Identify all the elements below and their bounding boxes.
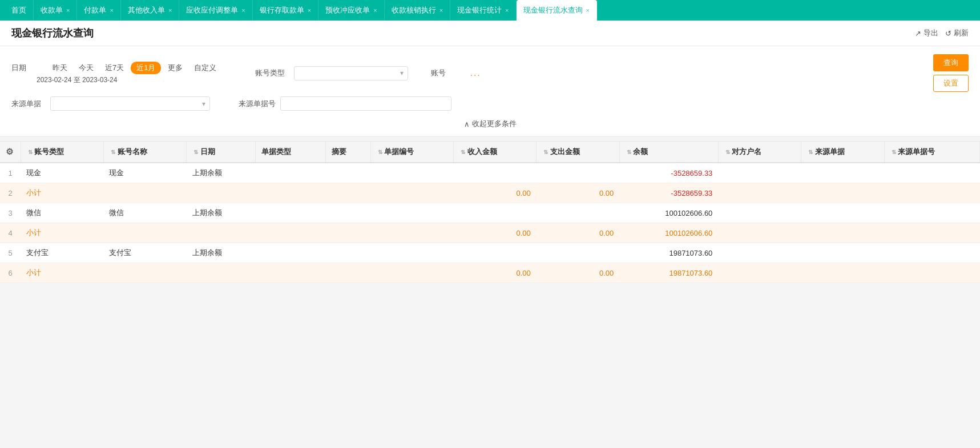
date-opt-more[interactable]: 更多 [163,62,187,74]
date-opt-7days[interactable]: 近7天 [100,62,128,74]
row-doc-no [370,243,453,263]
source-doc-label: 来源单据 [11,99,46,109]
query-button[interactable]: 查询 [933,54,969,71]
nav-item-现金银行统计[interactable]: 现金银行统计× [450,0,516,21]
row-expense: 0.00 [537,223,619,243]
row-date [187,183,256,203]
date-options: 昨天 今天 近7天 近1月 更多 自定义 [48,62,221,74]
row-expense [537,163,619,183]
date-opt-1month[interactable]: 近1月 [131,62,161,74]
row-doc-type [256,223,326,243]
page-header: 现金银行流水查询 ↗ 导出 ↺ 刷新 [0,21,980,46]
row-income: 0.00 [453,183,536,203]
row-doc-type [256,163,326,183]
account-type-label: 账号类型 [255,68,289,78]
date-opt-custom[interactable]: 自定义 [189,62,221,74]
row-account-type: 小计 [21,183,103,203]
close-icon[interactable]: × [373,7,377,14]
row-account-type: 微信 [21,203,103,223]
col-source-doc-no[interactable]: ⇅ 来源单据号 [884,142,979,163]
export-button[interactable]: ↗ 导出 [915,28,938,38]
refresh-button[interactable]: ↺ 刷新 [945,28,969,38]
col-summary: 摘要 [325,142,370,163]
source-doc-num-input[interactable] [280,96,451,111]
close-icon[interactable]: × [241,7,245,14]
row-doc-type [256,183,326,203]
col-counterpart[interactable]: ⇅ 对方户名 [718,142,801,163]
row-balance: 19871073.60 [619,243,718,263]
nav-item-现金银行流水查询[interactable]: 现金银行流水查询× [517,0,597,21]
nav-item-收款单[interactable]: 收款单× [34,0,77,21]
row-account-type: 支付宝 [21,243,103,263]
row-doc-no [370,223,453,243]
row-doc-no [370,203,453,223]
row-income [453,203,536,223]
account-dots-btn[interactable]: ... [470,68,481,78]
close-icon[interactable]: × [308,7,311,14]
nav-item-付款单[interactable]: 付款单× [77,0,120,21]
nav-item-银行存取款单[interactable]: 银行存取款单× [253,0,318,21]
row-date: 上期余额 [187,243,256,263]
filter-section: 日期 昨天 今天 近7天 近1月 更多 自定义 2023-02-24 至 202… [0,46,980,136]
source-doc-select[interactable] [50,96,210,111]
close-icon[interactable]: × [110,7,113,14]
account-type-select-wrapper [294,66,408,80]
table-row: 2小计0.000.00-3528659.33 [0,183,980,203]
row-source-doc [801,163,884,183]
export-icon: ↗ [915,29,921,38]
refresh-icon: ↺ [945,29,951,38]
row-source-doc-no [884,263,979,283]
col-account-name[interactable]: ⇅ 账号名称 [103,142,186,163]
row-source-doc-no [884,243,979,263]
row-date [187,223,256,243]
table-header: ⚙ ⇅ 账号类型 ⇅ 账号名称 ⇅ 日期 单据类型 摘要 ⇅ 单据编号 ⇅ 收入… [0,142,980,163]
account-type-select[interactable] [294,66,408,80]
col-balance[interactable]: ⇅ 余额 [619,142,718,163]
col-expense[interactable]: ⇅ 支出金额 [537,142,619,163]
table-container: ⚙ ⇅ 账号类型 ⇅ 账号名称 ⇅ 日期 单据类型 摘要 ⇅ 单据编号 ⇅ 收入… [0,141,980,283]
row-income [453,243,536,263]
row-counterpart [718,223,801,243]
col-gear[interactable]: ⚙ [0,142,21,163]
row-index: 4 [0,223,21,243]
col-account-type[interactable]: ⇅ 账号类型 [21,142,103,163]
top-nav: 首页收款单×付款单×其他收入单×应收应付调整单×银行存取款单×预收冲应收单×收款… [0,0,980,21]
table-row: 3微信微信上期余额100102606.60 [0,203,980,223]
header-actions: ↗ 导出 ↺ 刷新 [915,28,969,38]
row-counterpart [718,243,801,263]
col-date[interactable]: ⇅ 日期 [187,142,256,163]
close-icon[interactable]: × [66,7,70,14]
row-index: 1 [0,163,21,183]
row-source-doc [801,183,884,203]
nav-item-首页[interactable]: 首页 [2,0,34,21]
nav-item-其他收入单[interactable]: 其他收入单× [121,0,179,21]
col-doc-type: 单据类型 [256,142,326,163]
collapse-icon: ∧ [464,120,470,128]
collapse-bar[interactable]: ∧ 收起更多条件 [11,115,969,130]
date-opt-yesterday[interactable]: 昨天 [48,62,72,74]
table-body: 1现金现金上期余额-3528659.332小计0.000.00-3528659.… [0,163,980,283]
row-account-name: 支付宝 [103,243,186,263]
row-doc-no [370,183,453,203]
col-doc-no[interactable]: ⇅ 单据编号 [370,142,453,163]
nav-item-收款核销执行[interactable]: 收款核销执行× [385,0,450,21]
nav-item-预收冲应收单[interactable]: 预收冲应收单× [318,0,384,21]
close-icon[interactable]: × [586,7,590,14]
row-counterpart [718,263,801,283]
row-source-doc-no [884,203,979,223]
row-counterpart [718,203,801,223]
row-doc-type [256,263,326,283]
nav-item-应收应付调整单[interactable]: 应收应付调整单× [179,0,252,21]
col-source-doc[interactable]: ⇅ 来源单据 [801,142,884,163]
row-doc-no [370,263,453,283]
close-icon[interactable]: × [505,7,509,14]
close-icon[interactable]: × [439,7,443,14]
close-icon[interactable]: × [168,7,172,14]
date-opt-today[interactable]: 今天 [74,62,98,74]
settings-button[interactable]: 设置 [933,75,969,92]
table-row: 6小计0.000.0019871073.60 [0,263,980,283]
col-income[interactable]: ⇅ 收入金额 [453,142,536,163]
row-date [187,263,256,283]
row-source-doc [801,243,884,263]
row-account-type: 现金 [21,163,103,183]
